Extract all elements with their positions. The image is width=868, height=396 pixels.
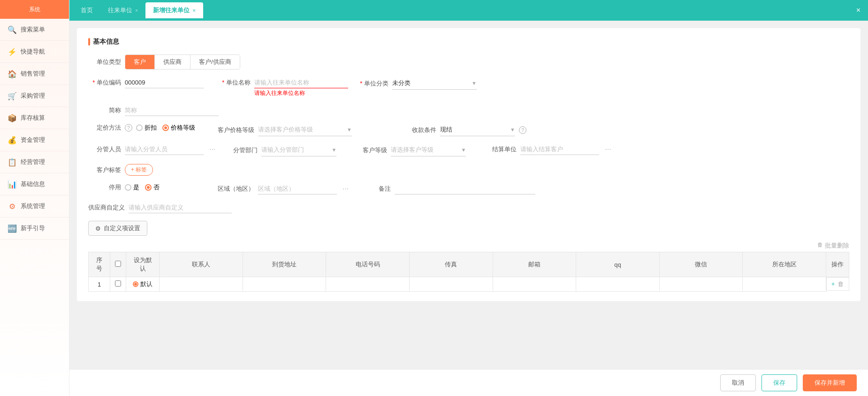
cell-qq[interactable] <box>576 277 660 292</box>
qq-input[interactable] <box>581 281 655 288</box>
save-new-button[interactable]: 保存并新增 <box>803 374 857 391</box>
yes-radio[interactable] <box>125 184 131 191</box>
address-input[interactable] <box>248 281 321 288</box>
cell-fax[interactable] <box>409 277 493 292</box>
search-icon: 🔍 <box>8 25 17 34</box>
add-row-button[interactable]: + <box>831 280 835 287</box>
col-email: 邮箱 <box>493 252 576 277</box>
sidebar-item-purchase[interactable]: 🛒 采购管理 <box>0 85 69 107</box>
custom-settings-button[interactable]: ⚙ 自定义项设置 <box>88 221 147 236</box>
disabled-radio-group: 是 否 <box>125 183 160 192</box>
sidebar-item-basic[interactable]: 📊 基础信息 <box>0 173 69 195</box>
pricing-help-icon[interactable]: ? <box>125 124 132 132</box>
no-radio[interactable] <box>145 184 152 191</box>
payment-terms-field: 收款条件 现结 ▼ ? <box>404 124 526 136</box>
disabled-yes-label: 是 <box>133 183 139 192</box>
region-row-input[interactable] <box>747 281 821 288</box>
sidebar-item-sales[interactable]: 🏠 销售管理 <box>0 63 69 85</box>
unit-code-input[interactable] <box>125 77 204 88</box>
phone-input[interactable] <box>331 281 404 288</box>
tab-contacts-label: 往来单位 <box>108 6 132 15</box>
weixin-input[interactable] <box>664 281 738 288</box>
settlement-more-btn[interactable]: ··· <box>603 144 613 155</box>
tab-new-contact-close[interactable]: × <box>192 8 195 13</box>
batch-delete-label[interactable]: 批量删除 <box>825 241 849 250</box>
unit-category-select[interactable]: 未分类 ▼ <box>392 77 477 90</box>
unit-code-field: 单位编码 <box>88 77 210 88</box>
gear-icon: ⚙ <box>95 225 101 232</box>
region-more-btn[interactable]: ··· <box>341 184 350 194</box>
customer-level-select[interactable]: 请选择客户等级 ▼ <box>391 144 466 156</box>
customer-price-select[interactable]: 请选择客户价格等级 ▼ <box>258 124 352 136</box>
settlement-unit-input[interactable] <box>520 144 599 155</box>
customer-price-placeholder: 请选择客户价格等级 <box>258 125 313 134</box>
department-select[interactable]: 请输入分管部门 ▼ <box>261 144 336 156</box>
unit-name-input[interactable] <box>254 77 348 88</box>
tab-home[interactable]: 首页 <box>73 2 100 18</box>
cell-phone[interactable] <box>326 277 410 292</box>
save-button[interactable]: 保存 <box>761 374 797 391</box>
tab-new-contact[interactable]: 新增往来单位 × <box>145 2 203 18</box>
payment-terms-label: 收款条件 <box>404 126 436 134</box>
cancel-button[interactable]: 取消 <box>720 374 756 391</box>
col-contact: 联系人 <box>160 252 243 277</box>
col-actions: 操作 <box>826 252 849 277</box>
chevron-down-icon: ▼ <box>472 80 477 86</box>
unit-category-label: 单位分类 <box>356 79 388 88</box>
pricing-level-label: 价格等级 <box>171 124 195 132</box>
sidebar-item-operations[interactable]: 📋 经营管理 <box>0 151 69 173</box>
custom-settings-label: 自定义项设置 <box>104 224 140 233</box>
del-row-button[interactable]: 🗑 <box>838 280 844 287</box>
payment-terms-help-icon[interactable]: ? <box>519 126 526 134</box>
remark-input[interactable] <box>395 183 535 194</box>
unit-type-field: 单位类型 客户 供应商 客户/供应商 <box>88 54 240 70</box>
discount-radio[interactable] <box>136 124 143 131</box>
payment-terms-value: 现结 <box>440 125 452 134</box>
disabled-yes-option[interactable]: 是 <box>125 183 139 192</box>
manager-more-btn[interactable]: ··· <box>207 144 217 155</box>
cell-email[interactable] <box>493 277 576 292</box>
row-checkbox[interactable] <box>115 280 121 287</box>
fax-input[interactable] <box>414 281 488 288</box>
supplier-custom-input[interactable] <box>129 202 232 213</box>
sidebar-item-inventory[interactable]: 📦 库存核算 <box>0 107 69 129</box>
supplier-custom-field: 供应商自定义 <box>88 202 232 213</box>
customer-tag-row: 客户标签 + 标签 <box>88 164 849 176</box>
chevron-down-icon: ▼ <box>461 147 466 153</box>
level-radio[interactable] <box>162 124 169 131</box>
cell-checkbox[interactable] <box>110 277 126 292</box>
pricing-level-option[interactable]: 价格等级 <box>162 124 195 132</box>
unit-type-customer-btn[interactable]: 客户 <box>125 55 155 69</box>
sidebar-item-finance[interactable]: 💰 资金管理 <box>0 129 69 151</box>
cell-default[interactable]: 默认 <box>126 277 160 292</box>
abbreviation-input[interactable] <box>125 105 219 116</box>
contact-input[interactable] <box>164 281 238 288</box>
tab-contacts-close[interactable]: × <box>135 8 138 13</box>
window-close-button[interactable]: × <box>853 6 864 15</box>
default-radio[interactable] <box>133 281 138 287</box>
sidebar-item-newguide[interactable]: 🆕 新手引导 <box>0 217 69 240</box>
customer-price-field: 客户价格等级 请选择客户价格等级 ▼ <box>218 124 396 136</box>
unit-type-both-btn[interactable]: 客户/供应商 <box>190 55 240 69</box>
col-region: 所在地区 <box>743 252 826 277</box>
sidebar-item-search[interactable]: 🔍 搜索菜单 <box>0 19 69 41</box>
add-tag-button[interactable]: + 标签 <box>125 164 153 176</box>
col-checkbox[interactable] <box>110 252 126 277</box>
cell-address[interactable] <box>243 277 326 292</box>
cell-weixin[interactable] <box>659 277 743 292</box>
pricing-discount-option[interactable]: 折扣 <box>136 124 157 132</box>
disabled-no-option[interactable]: 否 <box>145 183 160 192</box>
tab-contacts[interactable]: 往来单位 × <box>100 2 145 18</box>
manager-input[interactable] <box>125 144 204 155</box>
sidebar-item-quicknav[interactable]: ⚡ 快捷导航 <box>0 41 69 63</box>
customer-level-placeholder: 请选择客户等级 <box>391 146 434 154</box>
cell-region[interactable] <box>743 277 826 292</box>
unit-type-supplier-btn[interactable]: 供应商 <box>155 55 190 69</box>
cell-contact[interactable] <box>160 277 243 292</box>
basic-icon: 📊 <box>8 179 17 189</box>
email-input[interactable] <box>498 281 571 288</box>
select-all-checkbox[interactable] <box>115 261 121 267</box>
payment-terms-select[interactable]: 现结 ▼ <box>440 124 515 136</box>
region-input[interactable] <box>258 183 337 194</box>
sidebar-item-system[interactable]: ⚙ 系统管理 <box>0 195 69 217</box>
